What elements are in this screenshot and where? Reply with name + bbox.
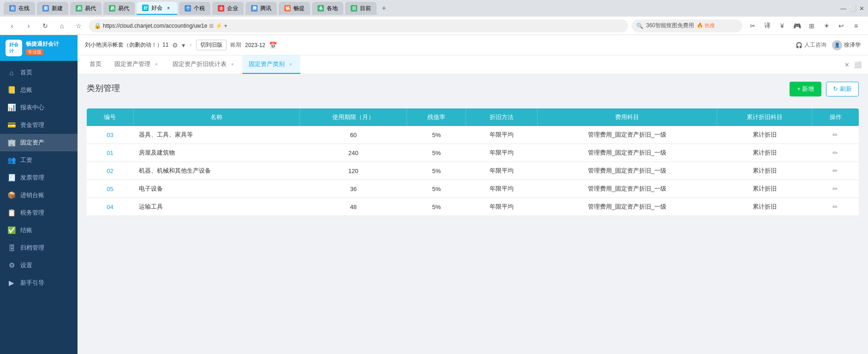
customer-service-button[interactable]: 🎧 人工咨询: [796, 41, 826, 49]
col-header-name: 名称: [133, 108, 299, 126]
browser-tab-4[interactable]: 易 易代: [103, 2, 135, 15]
menu-icon[interactable]: ≡: [850, 19, 862, 32]
col-header-period: 使用期限（月）: [300, 108, 407, 126]
app-topbar: 刘小艳演示帐套（勿删勿动！）11 ⚙ ▾ + 切到旧版 账期 2023-12 📅…: [78, 35, 868, 55]
calendar-icon[interactable]: 📅: [269, 42, 277, 49]
expand-icon: ⊞: [209, 23, 214, 29]
browser-tab-9[interactable]: 畅 畅提: [279, 2, 310, 15]
cell-code-4: 04: [87, 198, 133, 216]
sidebar-item-fixed-assets[interactable]: 🏢 固定资产: [0, 134, 78, 151]
bookmark-button[interactable]: ☆: [72, 19, 85, 32]
scissors-icon[interactable]: ✂: [746, 19, 759, 32]
col-header-method: 折旧方法: [466, 108, 537, 126]
logo-icon: 好会计: [6, 40, 22, 56]
search-bar[interactable]: 🔍 360智能抠图免费用 🔥 热搜: [632, 19, 742, 32]
dropdown-url-icon[interactable]: ▾: [224, 23, 227, 29]
sidebar-item-invoice[interactable]: 🧾 发票管理: [0, 169, 78, 186]
sidebar-item-settle[interactable]: ✅ 结账: [0, 222, 78, 239]
wallet-icon[interactable]: ¥: [776, 19, 789, 32]
user-menu-button[interactable]: 👤 徐泽华: [832, 40, 861, 50]
url-bar[interactable]: 🔒 https://cloud.chanjet.com/accounting/u…: [89, 19, 628, 32]
edit-icon-1[interactable]: ✏: [832, 149, 838, 156]
guide-icon: ▶: [7, 279, 16, 287]
new-browser-tab-button[interactable]: +: [378, 3, 389, 14]
page-body: 类别管理 + 新增 ↻ 刷新 编号 名称 使用期限（月） 残值率 折旧方法 费用…: [78, 74, 868, 354]
cell-residual-2: 5%: [407, 162, 466, 180]
period-label: 账期: [230, 41, 241, 49]
tab-fixed-asset-category[interactable]: 固定资产类别 ×: [242, 55, 300, 74]
browser-tab-3[interactable]: 易 易代: [70, 2, 102, 15]
browser-tab-1[interactable]: 在 在线: [4, 2, 35, 15]
sidebar-item-inventory[interactable]: 📦 进销台账: [0, 186, 78, 204]
sidebar-item-reports[interactable]: 📊 报表中心: [0, 99, 78, 116]
cell-method-3: 年限平均: [466, 180, 537, 198]
cell-period-4: 48: [300, 198, 407, 216]
user-account-info: 刘小艳演示帐套（勿删勿动！）11: [85, 41, 168, 49]
browser-tab-11[interactable]: 目 目前: [345, 2, 377, 15]
cell-name-3: 电子设备: [133, 180, 299, 198]
sidebar-item-archive[interactable]: 🗄 归档管理: [0, 239, 78, 257]
sidebar: 好会计 畅捷通好会计 专业版 ⌂ 首页 📒 总账 📊 报表中心 💳 资金管理: [0, 35, 78, 354]
edit-icon-4[interactable]: ✏: [832, 203, 838, 210]
tab-fixed-asset-depreciation[interactable]: 固定资产折旧统计表 ×: [166, 55, 242, 74]
page-tabs-bar: 首页 固定资产管理 × 固定资产折旧统计表 × 固定资产类别 × ✕ ⬜: [78, 55, 868, 74]
sidebar-item-funds[interactable]: 💳 资金管理: [0, 116, 78, 134]
cell-expense-1: 管理费用_固定资产折旧_一级: [537, 144, 717, 162]
tab-window-maximize[interactable]: ⬜: [853, 60, 862, 69]
refresh-button[interactable]: ↻ 刷新: [826, 82, 859, 96]
table-row: 04 运输工具 48 5% 年限平均 管理费用_固定资产折旧_一级 累计折旧 ✏: [87, 198, 859, 216]
edit-icon-0[interactable]: ✏: [832, 131, 838, 138]
browser-control-restore[interactable]: ⬜: [849, 5, 856, 12]
browser-tab-close-5[interactable]: ×: [165, 5, 172, 11]
browser-tab-8[interactable]: 腾 腾讯: [245, 2, 277, 15]
tab-home[interactable]: 首页: [83, 55, 108, 74]
switch-version-button[interactable]: 切到旧版: [196, 40, 227, 50]
browser-tab-2[interactable]: 新 新建: [37, 2, 68, 15]
cell-action-2[interactable]: ✏: [812, 162, 859, 180]
cell-action-1[interactable]: ✏: [812, 144, 859, 162]
grid-icon[interactable]: ⊞: [805, 19, 818, 32]
add-category-button[interactable]: + 新增: [790, 82, 821, 96]
browser-control-close[interactable]: ✕: [859, 5, 864, 12]
sidebar-item-tax[interactable]: 📋 税务管理: [0, 204, 78, 222]
tab-window-close[interactable]: ✕: [842, 60, 851, 69]
cell-code-1: 01: [87, 144, 133, 162]
sidebar-item-ledger[interactable]: 📒 总账: [0, 81, 78, 99]
cell-action-3[interactable]: ✏: [812, 180, 859, 198]
tab-fixed-asset-category-close[interactable]: ×: [287, 61, 294, 67]
translate-icon[interactable]: 译: [761, 19, 774, 32]
tab-fixed-asset-manage[interactable]: 固定资产管理 ×: [108, 55, 166, 74]
sidebar-item-guide[interactable]: ▶ 新手引导: [0, 274, 78, 292]
tab-fixed-asset-depreciation-close[interactable]: ×: [229, 61, 236, 67]
sidebar-label-payroll: 工资: [20, 156, 32, 164]
browser-tab-6[interactable]: 个 个税: [179, 2, 210, 15]
edit-icon-2[interactable]: ✏: [832, 167, 838, 174]
browser-tab-7[interactable]: 企 企业: [212, 2, 244, 15]
home-icon: ⌂: [7, 68, 16, 77]
sidebar-item-payroll[interactable]: 👥 工资: [0, 151, 78, 169]
browser-tab-10[interactable]: 各 各地: [312, 2, 343, 15]
tab-label-3: 易代: [85, 5, 96, 12]
sidebar-label-home: 首页: [20, 68, 32, 77]
game-icon[interactable]: 🎮: [790, 19, 803, 32]
edit-icon-3[interactable]: ✏: [832, 185, 838, 192]
topbar-left: 刘小艳演示帐套（勿删勿动！）11 ⚙ ▾ + 切到旧版 账期 2023-12 📅: [85, 40, 790, 50]
url-text: https://cloud.chanjet.com/accounting/uw1…: [103, 23, 207, 29]
back-button[interactable]: ‹: [6, 19, 18, 32]
cell-action-0[interactable]: ✏: [812, 126, 859, 144]
undo-icon[interactable]: ↩: [835, 19, 848, 32]
tab-fixed-asset-manage-close[interactable]: ×: [153, 61, 160, 67]
browser-tab-5[interactable]: 好 好会 ×: [137, 2, 177, 15]
cell-method-0: 年限平均: [466, 126, 537, 144]
reload-button[interactable]: ↻: [39, 19, 52, 32]
sidebar-item-home[interactable]: ⌂ 首页: [0, 64, 78, 81]
browser-control-minimize[interactable]: —: [840, 5, 846, 12]
account-settings-icon[interactable]: ⚙: [172, 42, 178, 49]
page-title: 类别管理: [87, 83, 120, 94]
sun-icon[interactable]: ☀: [820, 19, 833, 32]
sidebar-item-settings[interactable]: ⚙ 设置: [0, 257, 78, 274]
cell-action-4[interactable]: ✏: [812, 198, 859, 216]
home-button[interactable]: ⌂: [55, 19, 68, 32]
forward-button[interactable]: ›: [22, 19, 35, 32]
account-dropdown-icon[interactable]: ▾: [182, 42, 185, 49]
